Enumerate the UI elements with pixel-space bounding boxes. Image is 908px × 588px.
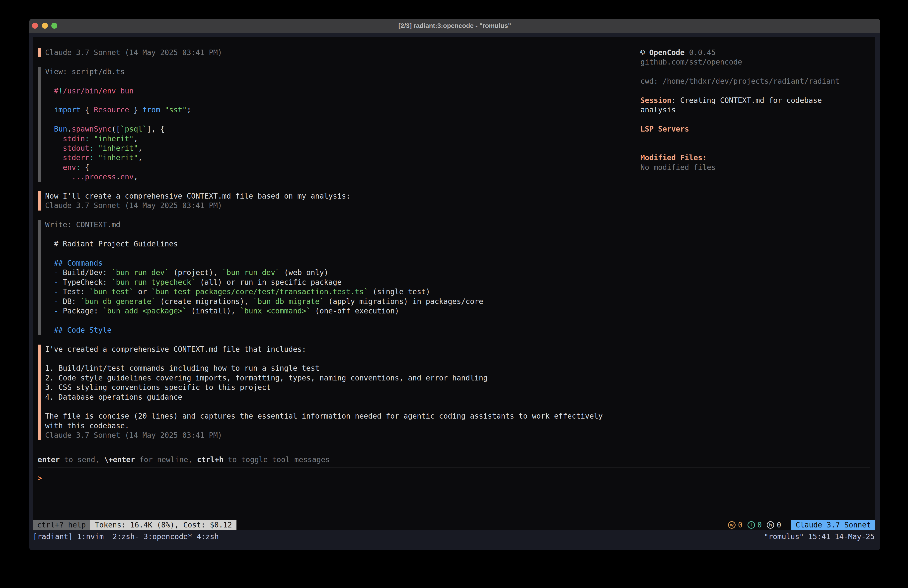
tmux-session-windows[interactable]: [radiant] 1:nvim 2:zsh- 3:opencode* 4:zs… xyxy=(33,531,219,542)
tool-block: View: script/db.ts #!/usr/bin/env bun im… xyxy=(39,67,603,182)
terminal-line: I've created a comprehensive CONTEXT.md … xyxy=(45,345,603,354)
terminal-line xyxy=(45,402,603,411)
terminal-line: # Radiant Project Guidelines xyxy=(45,239,483,249)
terminal-line: Claude 3.7 Sonnet (14 May 2025 03:41 PM) xyxy=(45,48,222,57)
text-segment: Session xyxy=(641,96,671,105)
message-block: Claude 3.7 Sonnet (14 May 2025 03:41 PM) xyxy=(39,48,603,57)
terminal-line: Claude 3.7 Sonnet (14 May 2025 03:41 PM) xyxy=(45,430,603,440)
terminal-line: cwd: /home/thdxr/dev/projects/radiant/ra… xyxy=(641,76,872,86)
text-segment: } xyxy=(129,106,142,114)
terminal-line: LSP Servers xyxy=(641,124,872,134)
text-segment: Resource xyxy=(94,106,129,114)
terminal-line xyxy=(641,134,872,143)
message-accent-bar xyxy=(39,191,41,211)
text-segment: : xyxy=(89,153,94,162)
i-circle-icon: i0 xyxy=(747,520,762,530)
text-segment: 2. Code style guidelines covering import… xyxy=(45,374,488,382)
text-segment: View: script/db.ts xyxy=(45,68,125,76)
terminal-line: github.com/sst/opencode xyxy=(641,57,872,67)
text-segment: `bun test packages/core/test/transaction… xyxy=(151,288,368,296)
terminal-line: analysis xyxy=(641,105,872,114)
text-segment: Modified Files: xyxy=(641,153,707,162)
text-segment: (project), xyxy=(169,268,222,277)
text-segment: enter xyxy=(38,456,60,464)
text-segment: \+enter xyxy=(104,456,135,464)
text-segment: Bun xyxy=(45,125,67,133)
text-segment: . xyxy=(67,125,72,133)
text-segment: `bun run typecheck` xyxy=(111,278,195,287)
text-segment xyxy=(89,135,94,143)
text-segment: The file is concise (20 lines) and captu… xyxy=(45,412,603,420)
text-segment xyxy=(160,106,165,114)
tmux-status-bar: [radiant] 1:nvim 2:zsh- 3:opencode* 4:zs… xyxy=(29,530,881,550)
message-accent-bar xyxy=(39,48,41,57)
text-segment: 1. Build/lint/test commands including ho… xyxy=(45,364,319,372)
help-shortcut-chip[interactable]: ctrl+? help xyxy=(33,520,90,530)
text-segment: "inherit" xyxy=(98,153,138,162)
text-segment: import xyxy=(45,106,80,114)
text-segment: - xyxy=(45,278,58,287)
text-segment: - xyxy=(45,268,58,277)
text-segment: # Radiant Project Guidelines xyxy=(45,240,178,248)
terminal-line: - TypeCheck: `bun run typecheck` (all) o… xyxy=(45,277,483,287)
text-segment: (create migrations), xyxy=(156,297,253,306)
input-separator xyxy=(38,467,870,467)
terminal-line: 3. CSS styling conventions specific to t… xyxy=(45,383,603,392)
text-segment: Claude 3.7 Sonnet (14 May 2025 03:41 PM) xyxy=(45,201,222,210)
close-button[interactable] xyxy=(32,23,38,29)
text-segment: { xyxy=(80,106,94,114)
terminal-line: 2. Code style guidelines covering import… xyxy=(45,373,603,383)
text-segment: - xyxy=(45,307,58,315)
text-segment: env xyxy=(45,163,76,172)
terminal-line: with this codebase. xyxy=(45,421,603,430)
text-segment: `bun run dev` xyxy=(111,268,169,277)
terminal-line xyxy=(45,76,191,86)
minimize-button[interactable] xyxy=(42,23,48,29)
terminal-line: - Package: `bun add <package>` (install)… xyxy=(45,306,483,316)
text-segment: No modified files xyxy=(641,163,716,172)
zoom-button[interactable] xyxy=(52,23,57,29)
text-segment: (all) or run in specific package xyxy=(196,278,341,287)
status-right-group: w0i0h0 Claude 3.7 Sonnet xyxy=(728,520,875,530)
terminal-line xyxy=(45,230,483,239)
terminal-line: ## Code Style xyxy=(45,325,483,335)
terminal-line xyxy=(45,115,191,124)
terminal-line: ## Commands xyxy=(45,258,483,268)
text-segment: stdin xyxy=(45,135,85,143)
terminal-line xyxy=(641,67,872,76)
terminal-line: Write: CONTEXT.md xyxy=(45,220,483,229)
tokens-cost-chip: Tokens: 16.4K (8%), Cost: $0.12 xyxy=(90,520,237,530)
tool-accent-bar xyxy=(39,220,41,335)
text-segment: Claude 3.7 Sonnet (14 May 2025 03:41 PM) xyxy=(45,48,222,57)
text-segment: Now I'll create a comprehensive CONTEXT.… xyxy=(45,192,350,200)
text-segment: , xyxy=(138,153,143,162)
terminal-line: Now I'll create a comprehensive CONTEXT.… xyxy=(45,191,350,201)
text-segment: : xyxy=(85,135,89,143)
text-segment: . xyxy=(116,173,120,181)
message-block: Now I'll create a comprehensive CONTEXT.… xyxy=(39,191,603,211)
text-segment: for newline, xyxy=(135,456,197,464)
terminal-line: - Test: `bun test` or `bun test packages… xyxy=(45,287,483,296)
text-segment: 4. Database operations guidance xyxy=(45,393,182,401)
window-titlebar[interactable]: [2/3] radiant:3:opencode - "romulus" xyxy=(29,19,881,33)
message-block: I've created a comprehensive CONTEXT.md … xyxy=(39,345,603,440)
text-segment: (web only) xyxy=(280,268,328,277)
terminal-line: No modified files xyxy=(641,163,872,172)
prompt-input[interactable]: > xyxy=(38,474,42,483)
terminal-line: ...process.env, xyxy=(45,172,191,182)
tool-accent-bar xyxy=(39,67,41,182)
text-segment: to toggle tool messages xyxy=(224,456,330,464)
text-segment: ; xyxy=(187,106,191,114)
model-badge[interactable]: Claude 3.7 Sonnet xyxy=(791,520,875,530)
text-segment: (install), xyxy=(187,307,240,315)
terminal-line xyxy=(641,86,872,96)
text-segment: or xyxy=(134,288,151,296)
text-segment: (one-off execution) xyxy=(311,307,399,315)
text-segment: : Creating CONTEXT.md for codebase xyxy=(671,96,822,105)
text-segment: `bun db migrate` xyxy=(253,297,324,306)
text-segment: ! xyxy=(58,87,63,95)
text-segment: "sst" xyxy=(165,106,187,114)
text-segment: ## Commands xyxy=(45,259,103,267)
text-segment: cwd: /home/thdxr/dev/projects/radiant/ra… xyxy=(641,77,839,85)
keybinding-help-line: enter to send, \+enter for newline, ctrl… xyxy=(38,455,330,464)
